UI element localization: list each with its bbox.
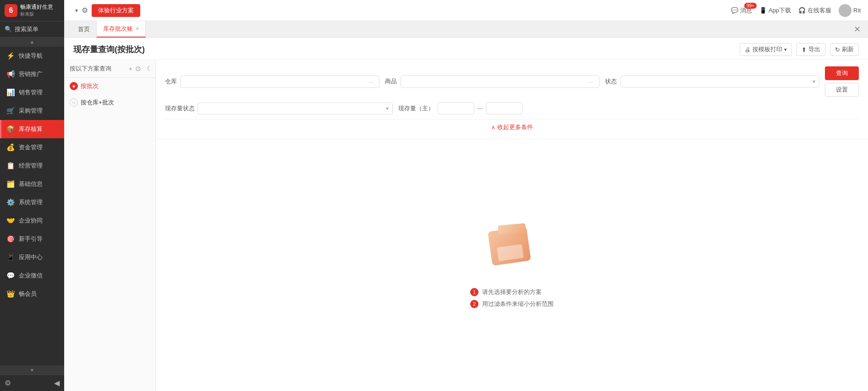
topbar-dropdown-icon[interactable]: ▾: [75, 7, 78, 14]
export-label: 导出: [808, 45, 820, 54]
export-btn[interactable]: ⬆ 导出: [797, 43, 825, 56]
stock-status-label: 现存量状态: [165, 104, 195, 113]
settings-btn[interactable]: 设置: [825, 83, 859, 97]
query-btn[interactable]: 查询: [825, 66, 859, 80]
status-select[interactable]: ▾: [621, 76, 819, 87]
app-logo-icon: 6: [5, 4, 17, 17]
online-service-btn[interactable]: 🎧 在线客服: [798, 6, 831, 15]
sidebar-item-finance[interactable]: 💰 资金管理: [0, 138, 64, 157]
user-avatar[interactable]: Rit: [839, 4, 861, 17]
member-icon: 👑: [6, 289, 15, 299]
action-buttons: 查询 设置: [825, 66, 859, 97]
filter-row-1: 仓库 ··· 商品 ···: [165, 66, 859, 97]
collapse-label: 收起更多条件: [497, 123, 533, 131]
collapse-btn[interactable]: ∧ 收起更多条件: [489, 121, 535, 133]
empty-step-2: 2 用过滤条件来缩小分析范围: [470, 300, 554, 308]
sidebar: 6 畅康通好生意 标准版 🔍 搜索菜单 ▲ ⚡ 快捷导航 📢 营销推广 📊 销售…: [0, 0, 64, 391]
filter-row-2: 现存量状态 ▾ 现存量（主） —: [165, 102, 859, 114]
tab-home[interactable]: 首页: [71, 21, 97, 38]
sidebar-item-marketing[interactable]: 📢 营销推广: [0, 65, 64, 83]
tab-home-label: 首页: [78, 25, 90, 33]
filter-area: 仓库 ··· 商品 ···: [156, 60, 868, 139]
sidebar-item-operations[interactable]: 📋 经营管理: [0, 157, 64, 175]
app-download-btn[interactable]: 📱 App下载: [759, 6, 791, 15]
sidebar-item-quick-nav[interactable]: ⚡ 快捷导航: [0, 47, 64, 65]
tab-inventory-batch[interactable]: 库存批次账 ×: [97, 21, 146, 38]
sidebar-nav: ⚡ 快捷导航 📢 营销推广 📊 销售管理 🛒 采购管理 📦 库存核算 💰 资金管…: [0, 47, 64, 365]
panel-close-btn[interactable]: ✕: [854, 24, 861, 34]
sidebar-item-newbie[interactable]: 🎯 新手引导: [0, 230, 64, 248]
collapse-row: ∧ 收起更多条件: [165, 119, 859, 135]
print-btn[interactable]: 🖨 按模板打印 ▾: [740, 43, 792, 56]
scroll-up-btn[interactable]: ▲: [0, 38, 64, 47]
stock-amount-max-input[interactable]: [486, 102, 522, 114]
warehouse-dots[interactable]: ···: [367, 78, 375, 85]
sidebar-item-label: 系统管理: [19, 198, 43, 206]
scheme-settings-btn[interactable]: ⊙: [135, 65, 141, 73]
tab-close-icon[interactable]: ×: [136, 26, 139, 32]
sidebar-item-enterprise[interactable]: 🤝 企业协同: [0, 212, 64, 230]
sidebar-item-apps[interactable]: 📱 应用中心: [0, 248, 64, 266]
sidebar-item-member[interactable]: 👑 畅会员: [0, 285, 64, 303]
step-num-1: 1: [470, 288, 478, 296]
refresh-btn[interactable]: ↻ 刷新: [830, 43, 859, 56]
refresh-label: 刷新: [842, 45, 854, 54]
right-panel: 仓库 ··· 商品 ···: [156, 60, 868, 391]
purchase-icon: 🛒: [6, 106, 15, 115]
warehouse-input-container[interactable]: ···: [181, 76, 379, 88]
collapse-panel-btn[interactable]: 《: [144, 65, 150, 73]
print-dropdown-icon[interactable]: ▾: [784, 47, 787, 53]
sidebar-item-label: 新手引导: [19, 235, 43, 243]
basic-icon: 🗂️: [6, 179, 15, 189]
sidebar-item-system[interactable]: ⚙️ 系统管理: [0, 193, 64, 212]
sidebar-item-purchase[interactable]: 🛒 采购管理: [0, 102, 64, 120]
finance-icon: 💰: [6, 143, 15, 152]
sidebar-item-wechat[interactable]: 💬 企业微信: [0, 266, 64, 285]
product-input[interactable]: [405, 78, 587, 85]
app-download-label: App下载: [769, 6, 791, 15]
product-dots[interactable]: ···: [587, 78, 595, 85]
online-service-label: 在线客服: [808, 6, 831, 15]
empty-step-1-text: 请先选择要分析的方案: [482, 288, 542, 296]
sidebar-footer: ⚙ ◀: [0, 375, 64, 391]
scheme-inactive-dot: ○: [70, 98, 78, 107]
product-input-container[interactable]: ···: [401, 76, 599, 88]
apps-icon: 📱: [6, 253, 15, 262]
message-btn[interactable]: 💬 消息 99+: [731, 6, 752, 15]
scroll-down-btn[interactable]: ▼: [0, 365, 64, 375]
footer-settings-icon[interactable]: ⚙: [5, 379, 11, 387]
export-icon: ⬆: [802, 46, 807, 53]
avatar: [839, 4, 852, 17]
content-area: 现存量查询(按批次) 🖨 按模板打印 ▾ ⬆ 导出 ↻ 刷新: [64, 38, 868, 391]
topbar-right: 💬 消息 99+ 📱 App下载 🎧 在线客服 Rit: [731, 4, 861, 17]
main-panel: ▾ ⚙ 体验行业方案 💬 消息 99+ 📱 App下载 🎧 在线客服 Rit: [64, 0, 868, 391]
sidebar-item-sales[interactable]: 📊 销售管理: [0, 83, 64, 102]
warehouse-input[interactable]: [185, 78, 367, 85]
trial-button[interactable]: 体验行业方案: [92, 4, 140, 17]
product-filter-group: 商品 ···: [385, 76, 599, 88]
stock-amount-label: 现存量（主）: [398, 104, 435, 113]
scheme-active-dot: ●: [70, 82, 78, 90]
scheme-by-batch[interactable]: ● 按批次: [64, 78, 155, 94]
sidebar-item-basic[interactable]: 🗂️ 基础信息: [0, 175, 64, 193]
page-title: 现存量查询(按批次): [73, 44, 145, 55]
operations-icon: 📋: [6, 161, 15, 170]
chevron-up-icon: ∧: [491, 124, 495, 130]
left-panel-title: 按以下方案查询: [70, 65, 111, 73]
footer-collapse-icon[interactable]: ◀: [54, 379, 60, 387]
sidebar-search[interactable]: 🔍 搜索菜单: [0, 22, 64, 38]
stock-status-select[interactable]: ▾: [198, 103, 393, 114]
sidebar-item-label: 资金管理: [19, 143, 43, 152]
newbie-icon: 🎯: [6, 234, 15, 244]
stock-amount-min-input[interactable]: [438, 102, 474, 114]
scheme-by-warehouse-batch[interactable]: ○ 按仓库+批次: [64, 94, 155, 111]
empty-step-1: 1 请先选择要分析的方案: [470, 288, 554, 296]
page-header: 现存量查询(按批次) 🖨 按模板打印 ▾ ⬆ 导出 ↻ 刷新: [64, 38, 868, 60]
stock-amount-range: —: [438, 102, 522, 114]
topbar-settings-icon[interactable]: ⚙: [82, 6, 88, 15]
sidebar-item-inventory[interactable]: 📦 库存核算: [0, 120, 64, 138]
sidebar-item-label: 采购管理: [19, 107, 43, 115]
topbar: ▾ ⚙ 体验行业方案 💬 消息 99+ 📱 App下载 🎧 在线客服 Rit: [64, 0, 868, 21]
message-icon: 💬: [731, 7, 738, 14]
add-scheme-btn[interactable]: +: [129, 65, 132, 72]
